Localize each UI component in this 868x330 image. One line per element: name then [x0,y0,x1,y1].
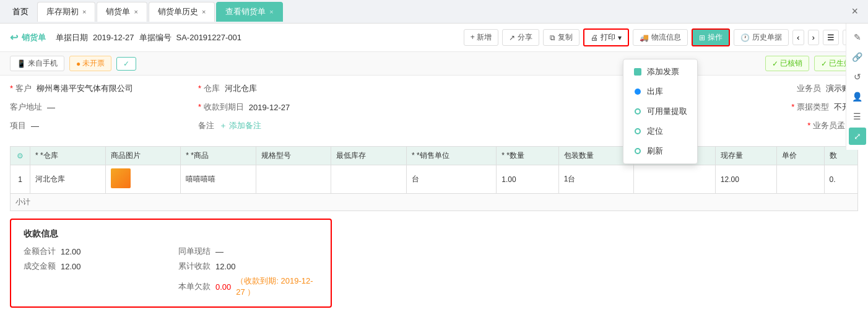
share-button[interactable]: ↗ 分享 [502,29,539,46]
col-spec: 规格型号 [256,147,331,165]
check2-icon: ✓ [821,59,827,68]
main-content: ↩ 销货单 单据日期 2019-12-27 单据编号 SA-20191227-0… [0,24,868,330]
date-value: 2019-12-27 [93,33,134,42]
history-label: 历史单据 [752,32,782,43]
subtotal-label: 小计 [11,194,858,211]
print-button[interactable]: 🖨 打印 ▾ [583,28,629,46]
list-sidebar-icon[interactable]: ☰ [849,108,866,125]
row-available [634,165,716,194]
row-img [105,165,181,194]
warehouse-value: 河北仓库 [225,83,257,94]
tab-sales-history[interactable]: 销货单历史 × [149,2,215,22]
transaction-value: 12.00 [61,262,81,271]
project-label: 项目 [10,120,26,131]
available-qty-item[interactable]: 可用量提取 [623,102,697,121]
due-note: （收款到期: 2019-12-27 ） [236,276,318,298]
tab-view-sales-close[interactable]: × [269,8,273,15]
locate-item[interactable]: 定位 [623,121,697,141]
staff-label: 业务员 [797,83,821,94]
col-product: * *商品 [181,147,256,165]
date-label: 单据日期 [56,32,88,43]
form-section: * 客户 柳州粤港平安气体有限公司 * 仓库 河北仓库 业务员 演示账号 [0,76,868,146]
col-price: 单价 [776,147,824,165]
outbound-icon [633,87,642,96]
row-warehouse: 河北仓库 [30,165,106,194]
tab-inventory[interactable]: 库存期初 × [37,2,95,22]
due-date-value: 2019-12-27 [249,103,290,112]
row-unit: 台 [406,165,496,194]
copy-button[interactable]: ⧉ 复制 [543,29,579,46]
table-section: ⚙ * *仓库 商品图片 * *商品 规格型号 最低库存 * *销售单位 * *… [0,146,868,211]
operations-dropdown: 添加发票 出库 可用量提取 定位 刷新 [623,59,698,164]
available-qty-label: 可用量提取 [647,106,687,117]
refresh-icon [633,147,642,155]
warehouse-label: * 仓库 [198,83,220,94]
warehouse-field: * 仓库 河北仓库 [198,83,371,94]
sold-label: 已核销 [780,58,802,69]
customer-value: 柳州粤港平安气体有限公司 [37,83,133,94]
new-button[interactable]: + 新增 [464,29,498,46]
print-label: 打印 [601,32,615,43]
ops-icon: ⊞ [699,33,705,42]
right-sidebar: ✎ 🔗 ↺ 👤 ☰ ⤢ [846,24,868,150]
cumulative-row: 累计收款 12.00 [178,261,318,272]
balance-row: 本单欠款 0.00 （收款到期: 2019-12-27 ） [178,276,318,298]
col-stock: 现存量 [715,147,776,165]
staff2-label: * 业务员孟 [807,120,845,131]
address-label: 客户地址 [10,102,42,113]
link-sidebar-icon[interactable]: 🔗 [849,48,866,66]
expand-sidebar-icon[interactable]: ⤢ [849,128,866,145]
share-label: 分享 [518,32,532,43]
operations-button[interactable]: ⊞ 操作 [692,28,730,46]
tab-sales-close[interactable]: × [134,8,137,15]
ops-label: 操作 [708,32,723,43]
tab-view-sales[interactable]: 查看销货单 × [216,2,282,22]
row-product: 嘻嘻嘻嘻 [181,165,256,194]
due-date-label: * 收款到期日 [198,102,244,113]
edit-sidebar-icon[interactable]: ✎ [849,28,866,46]
window-close-button[interactable]: × [846,2,863,20]
settlement-value: — [215,247,224,256]
not-opened-button[interactable]: ● 未开票 [69,56,111,71]
number-label: 单据编号 [139,32,171,43]
doc-meta: 单据日期 2019-12-27 单据编号 SA-20191227-001 [56,32,241,43]
subtotal-row: 小计 [11,194,858,211]
user-sidebar-icon[interactable]: 👤 [849,88,866,105]
refresh-sidebar-icon[interactable]: ↺ [849,68,866,85]
locate-icon [633,127,642,136]
add-invoice-item[interactable]: 添加发票 [623,62,697,82]
number-value: SA-20191227-001 [176,33,242,42]
outbound-item[interactable]: 出库 [623,82,697,102]
total-label: 金额合计 [24,246,56,257]
layout1-button[interactable]: ☰ [823,30,839,45]
row-qty: 1.00 [497,165,558,194]
form-row-1: * 客户 柳州粤港平安气体有限公司 * 仓库 河北仓库 业务员 演示账号 [10,83,858,94]
refresh-item[interactable]: 刷新 [623,141,697,161]
balance-value: 0.00 [215,282,231,292]
tab-sales[interactable]: 销货单 × [97,2,147,22]
add-note-button[interactable]: ＋ 添加备注 [219,120,261,131]
tab-home[interactable]: 首页 [5,2,36,21]
tab-sales-label: 销货单 [106,6,130,17]
payment-grid: 金额合计 12.00 同单现结 — 成交金额 12.00 累计收款 12.00 [24,246,318,298]
history-button[interactable]: 🕐 历史单据 [734,29,789,46]
nav-next-button[interactable]: › [808,30,819,45]
project-value: — [31,121,39,131]
add-invoice-icon [633,67,642,76]
from-mobile-button[interactable]: 📱 来自手机 [10,56,64,71]
tab-sales-history-close[interactable]: × [202,8,206,15]
table-row: 1 河北仓库 嘻嘻嘻嘻 台 1.00 1台 12.00 [11,165,858,194]
confirm-button[interactable]: ✓ [116,57,136,71]
header-actions: + 新增 ↗ 分享 ⧉ 复制 🖨 打印 ▾ 🚚 物流信息 [464,28,858,46]
nav-prev-button[interactable]: ‹ [792,30,804,45]
tab-inventory-close[interactable]: × [82,8,86,15]
note-field: 备注 ＋ 添加备注 [198,120,371,131]
tab-view-sales-label: 查看销货单 [225,6,266,17]
available-qty-icon [633,107,642,116]
total-row: 金额合计 12.00 [24,246,163,257]
settlement-label: 同单现结 [178,246,210,257]
table-header-row: ⚙ * *仓库 商品图片 * *商品 规格型号 最低库存 * *销售单位 * *… [11,147,858,165]
from-mobile-label: 来自手机 [28,58,58,69]
logistics-button[interactable]: 🚚 物流信息 [633,29,688,46]
mobile-icon: 📱 [17,59,26,68]
